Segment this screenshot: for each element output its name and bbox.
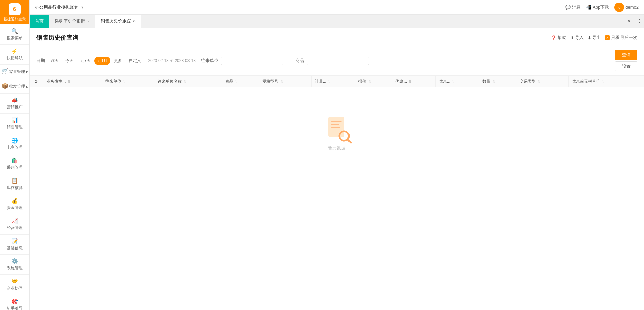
settings-icon: ⚙ [34,79,38,84]
sidebar-item-basic-info[interactable]: 📝 基础信息 [0,235,29,255]
partner-input[interactable] [221,57,283,65]
sort-icon: ⇅ [328,80,331,83]
filter-bar: 日期 昨天 今天 近7天 近1月 更多 自定义 2023-02-18 至 202… [30,46,644,76]
table-col-quantity[interactable]: 数量 ⇅ [479,76,516,87]
sidebar-item-quick-nav[interactable]: ⚡ 快捷导航 [0,45,29,65]
sort-icon: ⇅ [123,80,126,83]
tab-sales-history[interactable]: 销售历史价跟踪 × [95,15,141,28]
table-col-spec[interactable]: 规格型号 ⇅ [259,76,311,87]
sidebar-item-label: 采购管理 [7,165,23,170]
topbar-left: 办公用品行业模拟账套 ▾ [35,4,83,10]
marketing-icon: 📣 [11,97,18,103]
tab-purchase-history-label: 采购历史价跟踪 [55,18,85,24]
empty-svg-icon [323,114,354,144]
sort-icon: ⇅ [602,80,605,83]
table-col-product[interactable]: 商品 ⇅ [222,76,259,87]
close-all-tabs-button[interactable]: × [626,17,632,26]
table-col-discount2[interactable]: 优惠... ⇅ [435,76,479,87]
close-purchase-tab-button[interactable]: × [87,19,90,24]
tab-sales-history-label: 销售历史价跟踪 [101,18,131,24]
purchase-icon: 🛍️ [11,157,18,164]
query-button[interactable]: 查询 [615,50,637,60]
close-sales-tab-button[interactable]: × [133,19,136,23]
import-button[interactable]: ⬆ 导入 [570,35,584,41]
table-col-pre-tax-price[interactable]: 优惠前无税单价 ⇅ [569,76,644,87]
product-input[interactable] [307,57,369,65]
import-icon: ⬆ [570,35,574,40]
topbar-dropdown-icon[interactable]: ▾ [81,5,83,10]
sidebar-item-inventory[interactable]: 📋 库存核算 [0,174,29,194]
app-download-button[interactable]: 📲 App下载 [586,4,609,10]
tab-home[interactable]: 首页 [30,15,49,28]
help-label: 帮助 [557,35,566,41]
export-icon: ⬇ [588,35,591,40]
sidebar-item-label: 经营管理 [7,225,23,231]
tabbar: 首页 采购历史价跟踪 × 销售历史价跟踪 × × ⛶ [30,15,644,28]
sidebar-item-label: 基础信息 [7,245,23,251]
sidebar-item-system[interactable]: ⚙️ 系统管理 [0,255,29,275]
sort-icon: ⇅ [68,80,70,83]
messages-label: 消息 [572,4,581,10]
product-dots-button[interactable]: ... [372,58,376,63]
sales-icon: 📊 [11,117,18,123]
date-last1m-button[interactable]: 近1月 [94,57,111,65]
tabbar-actions: × ⛶ [624,15,644,28]
table-col-partner-name[interactable]: 往来单位名称 ⇅ [154,76,222,87]
sidebar-item-label: 快捷导航 [7,55,23,61]
avatar: d [614,3,624,12]
messages-button[interactable]: 💬 消息 [565,4,581,10]
sidebar-item-purchase[interactable]: 🛍️ 采购管理 [0,154,29,174]
date-custom-button[interactable]: 自定义 [126,57,144,65]
only-last-checkbox[interactable]: ✓ 只看最后一次 [605,35,637,41]
message-icon: 💬 [565,5,571,10]
tab-purchase-history[interactable]: 采购历史价跟踪 × [49,15,95,28]
sidebar-item-sales-mgmt[interactable]: 📊 销售管理 [0,114,29,134]
sidebar-item-enterprise[interactable]: 🤝 企业协同 [0,275,29,295]
table-settings-col[interactable]: ⚙ [30,76,43,87]
sidebar-item-retail[interactable]: 🛒 零售管理 ▾ [0,65,29,79]
table-col-unit[interactable]: 计量... ⇅ [311,76,355,87]
sidebar-item-search-menu[interactable]: 🔍 搜索菜单 [0,24,29,45]
date-yesterday-button[interactable]: 昨天 [48,57,62,65]
sort-icon: ⇅ [409,80,411,83]
retail-icon: 🛒 [2,68,8,74]
logo-icon: 6 [9,3,21,15]
sidebar-item-operations[interactable]: 📈 经营管理 [0,214,29,235]
table-col-trade-type[interactable]: 交易类型 ⇅ [516,76,569,87]
table-col-quote[interactable]: 报价 ⇅ [355,76,392,87]
finance-icon: 💰 [11,198,18,204]
page-title: 销售历史价查询 [36,34,78,42]
settings-button[interactable]: 设置 [615,61,637,71]
content-area: 销售历史价查询 ❓ 帮助 ⬆ 导入 ⬇ 导出 ✓ 只看最后一次 [30,28,644,310]
export-label: 导出 [592,35,601,41]
table-col-partner-code[interactable]: 往来单位 ⇅ [102,76,154,87]
date-more-button[interactable]: 更多 [111,57,125,65]
sort-icon: ⇅ [492,80,495,83]
sidebar-item-label: 系统管理 [7,265,23,271]
table-col-discount1[interactable]: 优惠... ⇅ [392,76,436,87]
partner-dots-button[interactable]: ... [286,58,290,63]
tab-home-label: 首页 [35,18,44,24]
user-profile[interactable]: d demo2 [614,3,639,12]
sidebar-item-label: 批发管理 [9,84,25,89]
date-last7-button[interactable]: 近7天 [77,57,94,65]
sidebar-item-label: 搜索菜单 [7,35,23,41]
table-col-biz-date[interactable]: 业务发生... ⇅ [43,76,102,87]
sidebar-item-finance[interactable]: 💰 资金管理 [0,194,29,214]
sidebar-logo: 6 畅捷通好生意 [0,0,29,24]
sidebar-item-guide[interactable]: 🎯 新手引导 [0,295,29,310]
export-button[interactable]: ⬇ 导出 [588,35,601,41]
sidebar-item-ecommerce[interactable]: 🌐 电商管理 [0,134,29,154]
help-button[interactable]: ❓ 帮助 [551,35,566,41]
sidebar-item-label: 库存核算 [7,185,23,191]
date-today-button[interactable]: 今天 [62,57,76,65]
sort-icon: ⇅ [280,80,283,83]
sidebar-item-wholesale[interactable]: 📦 批发管理 ▴ [0,79,29,94]
sidebar-item-marketing[interactable]: 📣 营销推广 [0,94,29,114]
expand-tabs-button[interactable]: ⛶ [633,17,641,26]
operations-icon: 📈 [11,218,18,224]
results-table: ⚙ 业务发生... ⇅ 往来单位 ⇅ 往来单位名称 ⇅ [30,76,644,87]
sort-icon: ⇅ [452,80,455,83]
page-actions: ❓ 帮助 ⬆ 导入 ⬇ 导出 ✓ 只看最后一次 [551,35,637,41]
svg-rect-2 [331,124,339,125]
